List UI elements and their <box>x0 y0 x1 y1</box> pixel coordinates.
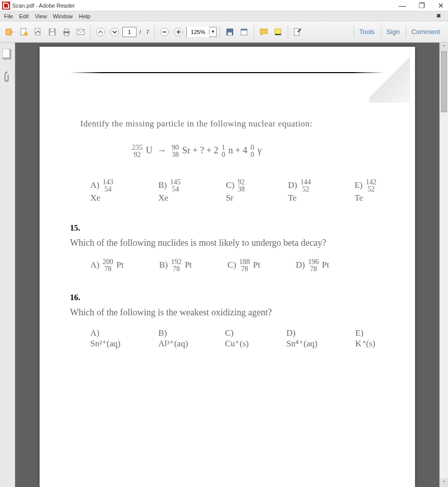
titlebar: Scan.pdf - Adobe Reader — ❐ ✕ <box>0 0 448 11</box>
scroll-thumb[interactable] <box>441 51 447 112</box>
q15-text: Which of the following nuclides is most … <box>70 238 385 248</box>
svg-rect-7 <box>50 33 54 35</box>
q16-text: Which of the following is the weakest ox… <box>70 307 385 318</box>
window-controls: — ❐ ✕ <box>397 2 446 10</box>
svg-rect-18 <box>178 30 179 34</box>
q14-prompt: Identify the missing particle in the fol… <box>80 119 385 129</box>
toolbar-separator <box>90 25 91 39</box>
page-sep: / <box>137 29 143 35</box>
comment-panel-button[interactable]: Comment <box>406 26 445 38</box>
zoom-input[interactable] <box>187 27 209 37</box>
svg-rect-28 <box>3 49 10 58</box>
page-corner-fold <box>369 52 410 103</box>
thumbnails-panel-button[interactable] <box>3 49 13 61</box>
print-button[interactable] <box>60 25 73 39</box>
zoom-out-button[interactable] <box>158 25 171 39</box>
toolbar-separator <box>288 25 288 39</box>
page-total: 7 <box>144 29 151 35</box>
q16-choices: A) Sn²⁺(aq) B) Al³⁺(aq) C) Cu⁺(s) D) Sn⁴… <box>90 328 385 349</box>
menu-view[interactable]: View <box>32 13 50 19</box>
zoom-in-button[interactable] <box>172 25 185 39</box>
zoom-dropdown-button[interactable]: ▼ <box>209 29 216 34</box>
view-mode-button[interactable] <box>237 25 251 39</box>
menu-window[interactable]: Window <box>50 13 76 19</box>
q14-choice-d: D) 14452 Te <box>288 179 319 203</box>
q14-choice-e: E) 14252 Te <box>355 179 385 203</box>
menu-edit[interactable]: Edit <box>16 13 32 19</box>
toolbar-separator <box>254 25 254 39</box>
svg-rect-10 <box>64 33 68 36</box>
page-down-button[interactable] <box>108 25 121 39</box>
vertical-scrollbar[interactable]: ˄ ˅ <box>439 43 448 487</box>
q14-choice-a: A) 14354 Xe <box>90 179 123 203</box>
menubar: File Edit View Window Help ✖ <box>0 11 448 21</box>
pdf-page: Identify the missing particle in the fol… <box>40 47 415 487</box>
close-document-button[interactable]: ✖ <box>433 13 444 19</box>
page-number-input[interactable] <box>122 27 136 37</box>
q15-choice-b: B) 19278 Pt <box>159 258 192 273</box>
email-button[interactable] <box>74 25 87 39</box>
create-pdf-button[interactable]: + <box>17 25 30 39</box>
q14-choice-b: B) 14554 Xe <box>158 179 190 203</box>
q16-number: 16. <box>70 293 385 302</box>
svg-rect-9 <box>64 29 68 31</box>
sign-panel-button[interactable]: Sign <box>381 26 405 38</box>
scroll-up-button[interactable]: ˄ <box>440 43 448 51</box>
svg-rect-23 <box>275 29 281 34</box>
page-up-button[interactable] <box>94 25 107 39</box>
export-pdf-button[interactable] <box>3 25 16 39</box>
q15-choice-a: A) 20078 Pt <box>90 258 124 273</box>
content-area: Identify the missing particle in the fol… <box>0 43 448 487</box>
q16-choice-a: A) Sn²⁺(aq) <box>90 328 130 349</box>
document-content: Identify the missing particle in the fol… <box>70 119 385 349</box>
toolbar-separator <box>220 25 220 39</box>
page-view[interactable]: Identify the missing particle in the fol… <box>15 43 439 487</box>
q14-equation: 23592 U → 9038 Sr + ? + 2 10 n + 4 00 γ <box>131 144 385 158</box>
q16-choice-b: B) Al³⁺(aq) <box>158 328 197 349</box>
window-title: Scan.pdf - Adobe Reader <box>12 3 397 9</box>
q15-number: 15. <box>70 223 385 233</box>
close-window-button[interactable]: ✕ <box>436 2 446 10</box>
q16-choice-e: E) K⁺(s) <box>355 328 385 349</box>
q14-choices: A) 14354 Xe B) 14554 Xe C) 9238 Sr D) 14… <box>90 179 385 203</box>
menu-file[interactable]: File <box>1 13 16 19</box>
tools-panel-button[interactable]: Tools <box>354 26 380 38</box>
q15-choice-c: C) 18878 Pt <box>227 258 260 273</box>
app-icon <box>2 2 10 10</box>
toolbar-separator <box>154 25 155 39</box>
svg-text:+: + <box>25 33 27 36</box>
svg-rect-20 <box>228 33 232 35</box>
q15-choices: A) 20078 Pt B) 19278 Pt C) 18878 Pt D) 1… <box>90 258 385 273</box>
scan-artifact <box>70 72 385 73</box>
save-button[interactable] <box>46 25 59 39</box>
svg-point-12 <box>96 28 105 36</box>
zoom-combo: ▼ <box>186 27 217 37</box>
svg-rect-15 <box>162 31 166 33</box>
svg-rect-22 <box>241 29 247 30</box>
q14-choice-c: C) 9238 Sr <box>226 179 253 203</box>
sign-document-button[interactable] <box>291 25 304 39</box>
q15-choice-d: D) 19678 Pt <box>296 258 329 273</box>
svg-point-13 <box>111 28 119 36</box>
save-copy-button[interactable] <box>223 25 236 39</box>
open-button[interactable] <box>31 25 45 39</box>
highlight-button[interactable] <box>271 25 285 39</box>
svg-rect-6 <box>51 29 54 31</box>
q16-choice-c: C) Cu⁺(s) <box>225 328 258 349</box>
maximize-button[interactable]: ❐ <box>417 2 427 10</box>
menu-help[interactable]: Help <box>76 13 93 19</box>
comment-bubble-button[interactable] <box>257 25 270 39</box>
svg-rect-0 <box>6 29 11 35</box>
scroll-down-button[interactable]: ˅ <box>440 478 448 487</box>
q16-choice-d: D) Sn⁴⁺(aq) <box>286 328 327 349</box>
toolbar: + / 7 ▼ Tools Sign Comment <box>0 21 448 43</box>
svg-rect-24 <box>275 34 281 35</box>
attachments-panel-button[interactable] <box>3 71 13 83</box>
minimize-button[interactable]: — <box>397 2 407 10</box>
navigation-rail <box>0 43 15 487</box>
